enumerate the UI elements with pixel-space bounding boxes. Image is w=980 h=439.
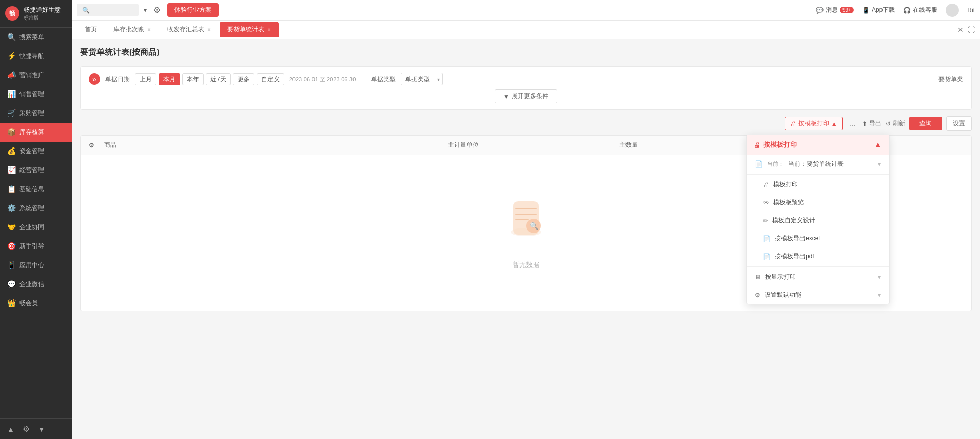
dropdown-header: 🖨 按模板打印 ▲ xyxy=(747,135,889,155)
print-label: 按模板打印 xyxy=(798,119,829,128)
sidebar-item-member[interactable]: 👑 畅会员 xyxy=(0,294,72,313)
print-button[interactable]: 🖨 按模板打印 ▲ xyxy=(785,117,843,130)
online-service-item[interactable]: 🎧 在线客服 xyxy=(903,6,937,14)
dropdown-export-excel[interactable]: 📄 按模板导出excel xyxy=(747,230,889,247)
expand-icon: ▼ xyxy=(503,93,509,100)
expand-row: ▼ 展开更多条件 xyxy=(89,89,963,103)
sidebar-item-collab[interactable]: 🤝 企业协同 xyxy=(0,218,72,237)
page-content-area: 要货单统计表(按商品) » 单据日期 上月 本月 本年 近7天 更多 自定义 2… xyxy=(72,39,980,439)
app-logo: 畅 xyxy=(5,6,19,21)
sidebar-item-apps[interactable]: 📱 应用中心 xyxy=(0,256,72,275)
dropdown-current-template: 📄 当前： 当前：要货单统计表 ▾ xyxy=(747,155,889,173)
tab-receipts-summary-label: 收发存汇总表 xyxy=(167,25,204,34)
dropdown-template-design[interactable]: ✏ 模板自定义设计 xyxy=(747,212,889,230)
sidebar: 畅 畅捷通好生意 标准版 🔍 搜索菜单 ⚡ 快捷导航 📣 营销推广 📊 销售管理… xyxy=(0,0,72,439)
th-product: 商品 xyxy=(104,141,448,149)
sidebar-item-search[interactable]: 🔍 搜索菜单 xyxy=(0,28,72,47)
template-design-icon: ✏ xyxy=(763,217,768,224)
messages-item[interactable]: 💬 消息 99+ xyxy=(816,6,854,14)
message-icon: 💬 xyxy=(816,7,824,14)
sidebar-item-inventory[interactable]: 📦 库存核算 xyxy=(0,123,72,142)
sidebar-nav: 🔍 搜索菜单 ⚡ 快捷导航 📣 营销推广 📊 销售管理 🛒 采购管理 📦 库存核… xyxy=(0,28,72,418)
dropdown-display-print[interactable]: 🖥 按显示打印 ▾ xyxy=(747,268,889,286)
topbar-search-icon: 🔍 xyxy=(82,7,90,14)
dropdown-template-preview[interactable]: 👁 模板板预览 xyxy=(747,194,889,212)
filter-expand-toggle[interactable]: » xyxy=(89,73,100,85)
template-preview-icon: 👁 xyxy=(763,199,769,206)
tab-home[interactable]: 首页 xyxy=(77,22,105,37)
window-maximize-icon[interactable]: ⛶ xyxy=(968,26,975,34)
sales-icon: 📊 xyxy=(7,90,15,98)
sidebar-scroll-up[interactable]: ▲ xyxy=(7,425,14,433)
sidebar-item-marketing[interactable]: 📣 营销推广 xyxy=(0,66,72,85)
date-range-display: 2023-06-01 至 2023-06-30 xyxy=(289,75,356,83)
topbar: 🔍 ▾ ⚙ 体验行业方案 💬 消息 99+ 📱 App下载 🎧 在线客服 Ri xyxy=(72,0,980,21)
apps-icon: 📱 xyxy=(7,261,15,269)
display-print-arrow: ▾ xyxy=(878,274,881,281)
settings-button[interactable]: 设置 xyxy=(946,116,972,131)
query-button[interactable]: 查询 xyxy=(909,117,942,130)
sidebar-scroll-down[interactable]: ▼ xyxy=(38,425,45,433)
date-btn-prev-month[interactable]: 上月 xyxy=(135,73,156,85)
settings-icon[interactable]: ⚙ xyxy=(23,424,30,434)
sidebar-item-quicknav[interactable]: ⚡ 快捷导航 xyxy=(0,47,72,66)
print-dropdown-arrow: ▲ xyxy=(831,120,837,127)
doc-type-select[interactable]: 单据类型 xyxy=(401,73,443,85)
username-label: Rit xyxy=(967,7,975,14)
page-title: 要货单统计表(按商品) xyxy=(80,47,972,58)
window-close-icon[interactable]: ✕ xyxy=(957,26,964,34)
dropdown-arrow-icon: ▾ xyxy=(144,7,147,14)
tab-order-stats-close[interactable]: × xyxy=(267,27,271,33)
system-icon: ⚙️ xyxy=(7,204,15,212)
app-title: 畅捷通好生意 标准版 xyxy=(24,6,61,21)
dropdown-close-icon[interactable]: ▲ xyxy=(874,140,882,149)
date-btn-current-month[interactable]: 本月 xyxy=(159,73,180,85)
divider-2 xyxy=(747,266,889,267)
th-settings[interactable]: ⚙ xyxy=(89,142,104,149)
sidebar-item-wxbiz[interactable]: 💬 企业微信 xyxy=(0,275,72,294)
sidebar-item-basic[interactable]: 📋 基础信息 xyxy=(0,180,72,199)
date-btn-current-year[interactable]: 本年 xyxy=(182,73,204,85)
tab-inventory-batch-close[interactable]: × xyxy=(147,27,151,33)
refresh-button[interactable]: ↺ 刷新 xyxy=(886,119,905,128)
dropdown-export-pdf[interactable]: 📄 按模板导出pdf xyxy=(747,247,889,265)
empty-text: 暂无数据 xyxy=(513,260,539,270)
sidebar-item-operations[interactable]: 📈 经营管理 xyxy=(0,161,72,180)
export-button[interactable]: ⬆ 导出 xyxy=(862,119,881,128)
tab-receipts-summary[interactable]: 收发存汇总表 × xyxy=(160,22,219,37)
export-icon: ⬆ xyxy=(862,120,867,127)
sidebar-item-sales[interactable]: 📊 销售管理 xyxy=(0,85,72,104)
tab-order-stats[interactable]: 要货单统计表 × xyxy=(220,22,279,37)
tab-receipts-summary-close[interactable]: × xyxy=(207,27,211,33)
avatar[interactable] xyxy=(946,4,959,17)
date-btn-custom[interactable]: 自定义 xyxy=(257,73,284,85)
tab-inventory-batch[interactable]: 库存批次账 × xyxy=(106,22,159,37)
date-btn-more[interactable]: 更多 xyxy=(233,73,254,85)
topbar-right: 💬 消息 99+ 📱 App下载 🎧 在线客服 Rit xyxy=(816,4,975,17)
member-icon: 👑 xyxy=(7,299,15,307)
search-icon: 🔍 xyxy=(7,33,15,41)
trial-button[interactable]: 体验行业方案 xyxy=(167,3,219,17)
dropdown-set-default[interactable]: ⚙ 设置默认功能 ▾ xyxy=(747,286,889,304)
filter-bar: » 单据日期 上月 本月 本年 近7天 更多 自定义 2023-06-01 至 … xyxy=(80,66,972,110)
topbar-search-box[interactable]: 🔍 xyxy=(77,4,139,16)
date-btn-last7days[interactable]: 近7天 xyxy=(206,73,231,85)
more-options-icon[interactable]: ... xyxy=(847,119,858,128)
current-dropdown-arrow[interactable]: ▾ xyxy=(878,161,881,168)
sidebar-item-system[interactable]: ⚙️ 系统管理 xyxy=(0,199,72,218)
dropdown-template-print[interactable]: 🖨 模板打印 xyxy=(747,176,889,194)
svg-text:🔍: 🔍 xyxy=(530,222,539,231)
purchase-icon: 🛒 xyxy=(7,109,15,117)
sidebar-item-purchase[interactable]: 🛒 采购管理 xyxy=(0,104,72,123)
sidebar-item-finance[interactable]: 💰 资金管理 xyxy=(0,142,72,161)
finance-icon: 💰 xyxy=(7,147,15,155)
topbar-dropdown[interactable]: ▾ xyxy=(144,7,147,14)
order-category-label: 要货单类 xyxy=(938,75,963,84)
inventory-icon: 📦 xyxy=(7,128,15,136)
topbar-gear-icon[interactable]: ⚙ xyxy=(152,5,162,15)
app-download-item[interactable]: 📱 App下载 xyxy=(862,6,895,14)
dropdown-title: 🖨 按模板打印 xyxy=(754,140,797,149)
messages-badge: 99+ xyxy=(840,7,854,13)
sidebar-item-newbie[interactable]: 🎯 新手引导 xyxy=(0,237,72,256)
expand-conditions-button[interactable]: ▼ 展开更多条件 xyxy=(495,89,557,103)
